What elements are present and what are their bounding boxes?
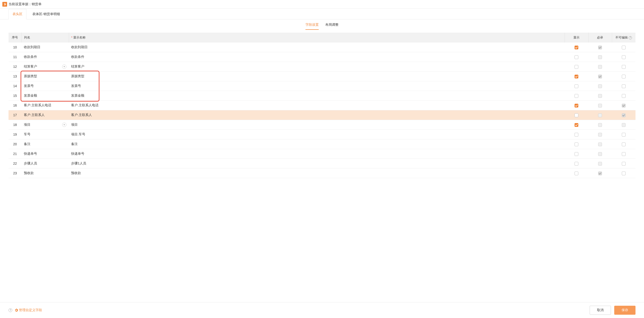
expand-button[interactable]: + [62,122,66,127]
row-display[interactable]: 项目.车号 [69,130,564,140]
row-readonly-cell [612,72,636,81]
row-name: 收款到期日 [22,42,69,52]
row-display[interactable]: 客户.主联系人电话 [69,101,564,110]
row-show-cell [564,159,588,168]
readonly-checkbox[interactable] [622,84,626,88]
doc-name: 销货单 [32,2,42,6]
show-checkbox[interactable] [574,152,578,156]
row-required-cell [588,110,612,120]
show-checkbox[interactable] [574,75,578,78]
row-display[interactable]: 发票金额 [69,91,564,101]
row-display[interactable]: 步骤1人员 [69,159,564,168]
readonly-checkbox[interactable] [622,152,626,156]
table-row: 18项目+项目 [8,120,636,130]
row-display[interactable]: 发票号 [69,81,564,91]
row-name-text: 客户.主联系人电话 [24,103,51,108]
show-checkbox[interactable] [574,55,578,59]
row-seq: 18 [8,120,22,130]
show-checkbox[interactable] [574,46,578,50]
required-checkbox [598,142,602,146]
row-required-cell [588,62,612,72]
sub-tab-1[interactable]: 布局调整 [325,23,338,30]
readonly-checkbox[interactable] [622,172,626,175]
readonly-checkbox[interactable] [622,162,626,166]
row-display[interactable]: 项目 [69,120,564,130]
show-checkbox[interactable] [574,123,578,127]
row-required-cell [588,52,612,62]
show-checkbox[interactable] [574,142,578,146]
required-checkbox [598,65,602,69]
main-tab-0[interactable]: 表头区 [8,9,26,19]
row-seq: 21 [8,149,22,159]
show-checkbox[interactable] [574,65,578,69]
col-show-header: 显示 [564,32,588,42]
required-checkbox [598,123,602,127]
required-checkbox [598,104,602,108]
row-show-cell [564,149,588,159]
row-display[interactable]: 票据类型 [69,72,564,81]
readonly-checkbox[interactable] [622,55,626,59]
table-row: 22步骤人员步骤1人员 [8,159,636,168]
row-display[interactable]: 结算客户 [69,62,564,72]
col-name-header: 列名 [22,32,69,42]
show-checkbox[interactable] [574,114,578,117]
row-name: 备注 [22,140,69,149]
row-seq: 10 [8,42,22,52]
row-name-text: 备注 [24,142,30,146]
row-show-cell [564,168,588,178]
show-checkbox[interactable] [574,104,578,108]
sub-tab-0[interactable]: 字段设置 [306,23,319,30]
row-name: 发票号 [22,81,69,91]
row-show-cell [564,101,588,110]
row-display[interactable]: 收款条件 [69,52,564,62]
row-required-cell [588,149,612,159]
row-readonly-cell [612,140,636,149]
row-name: 发票金额 [22,91,69,101]
row-readonly-cell [612,159,636,168]
collapse-sidebar-button[interactable] [2,2,7,6]
row-seq: 16 [8,101,22,110]
show-checkbox[interactable] [574,172,578,175]
col-display-header: *显示名称 [69,32,564,42]
row-name: 结算客户+ [22,62,69,72]
row-required-cell [588,140,612,149]
show-checkbox[interactable] [574,84,578,88]
row-display[interactable]: 预收款 [69,168,564,178]
readonly-checkbox[interactable] [622,75,626,78]
readonly-checkbox[interactable] [622,65,626,69]
show-checkbox[interactable] [574,94,578,98]
readonly-checkbox[interactable] [622,94,626,98]
required-checkbox [598,84,602,88]
row-show-cell [564,91,588,101]
readonly-checkbox[interactable] [622,46,626,50]
row-name-text: 车号 [24,132,30,136]
main-tab-1[interactable]: 表体区-销货单明细 [28,9,64,19]
row-readonly-cell [612,120,636,130]
show-checkbox[interactable] [574,162,578,166]
row-name-text: 项目 [24,122,30,127]
readonly-checkbox[interactable] [622,133,626,136]
row-name: 收款条件 [22,52,69,62]
table-row: 19车号项目.车号 [8,130,636,140]
row-display[interactable]: 客户.主联系人 [69,110,564,120]
show-checkbox[interactable] [574,133,578,136]
readonly-checkbox [622,104,626,108]
row-required-cell [588,42,612,52]
row-required-cell [588,159,612,168]
help-icon[interactable]: ? [629,36,632,40]
table-wrap: 序号 列名 *显示名称 显示 必录 不可编辑? 10收款到期日收款到期日11收款… [0,30,644,178]
required-mark: * [71,36,72,39]
row-name-text: 票据类型 [24,74,37,78]
row-seq: 14 [8,81,22,91]
row-show-cell [564,52,588,62]
table-row: 23预收款预收款 [8,168,636,178]
row-display[interactable]: 快递单号 [69,149,564,159]
row-display[interactable]: 备注 [69,140,564,149]
row-seq: 23 [8,168,22,178]
readonly-checkbox[interactable] [622,142,626,146]
col-seq-header: 序号 [8,32,22,42]
row-display[interactable]: 收款到期日 [69,42,564,52]
row-required-cell [588,120,612,130]
required-checkbox [598,172,602,175]
expand-button[interactable]: + [62,64,66,69]
